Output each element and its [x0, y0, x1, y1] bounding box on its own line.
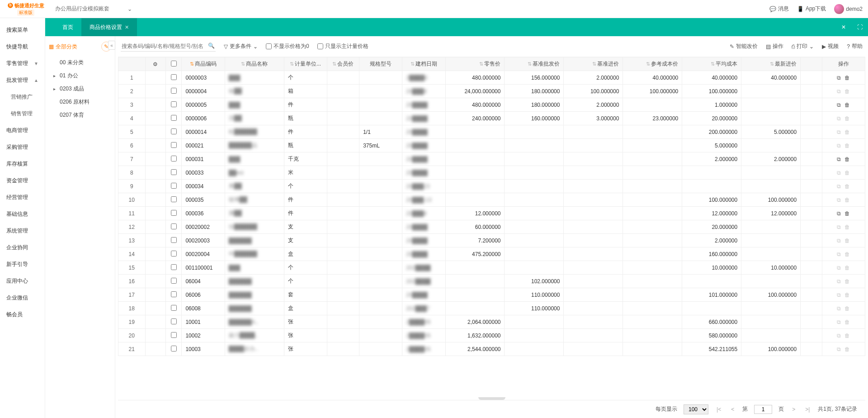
copy-icon[interactable]: ⧉ — [837, 88, 841, 95]
main-unit-only-checkbox[interactable]: 只显示主计量价格 — [317, 43, 368, 50]
row-checkbox[interactable] — [171, 169, 177, 175]
row-checkbox[interactable] — [171, 101, 177, 107]
copy-icon[interactable]: ⧉ — [837, 183, 841, 190]
copy-icon[interactable]: ⧉ — [837, 210, 841, 217]
table-row[interactable]: 20000004收██箱20███824,000.000000180.00000… — [118, 85, 865, 98]
close-icon[interactable]: ✕ — [125, 24, 129, 30]
tab-price-settings[interactable]: 商品价格设置✕ — [81, 18, 137, 36]
row-checkbox[interactable] — [171, 251, 177, 256]
copy-icon[interactable]: ⧉ — [837, 251, 841, 257]
table-row[interactable]: 30000005███件20████480.000000180.0000002.… — [118, 98, 865, 112]
nav-item[interactable]: 应用中心 — [0, 273, 45, 290]
col-settings[interactable]: ⚙ — [145, 57, 165, 71]
table-row[interactable]: 1706006██████套20████110.000000101.000000… — [118, 288, 865, 302]
fullscreen-button[interactable]: ⛶ — [852, 18, 868, 36]
delete-icon[interactable]: 🗑 — [844, 332, 850, 339]
prev-page-button[interactable]: < — [729, 406, 736, 413]
copy-icon[interactable]: ⧉ — [837, 115, 841, 122]
category-node[interactable]: ▸0203 成品 — [52, 82, 112, 95]
delete-icon[interactable]: 🗑 — [844, 102, 850, 108]
delete-icon[interactable]: 🗑 — [844, 251, 850, 257]
nav-item[interactable]: 畅会员 — [0, 306, 45, 323]
row-checkbox[interactable] — [171, 223, 177, 229]
delete-icon[interactable]: 🗑 — [844, 278, 850, 285]
copy-icon[interactable]: ⧉ — [837, 170, 841, 176]
col-select-all[interactable] — [165, 57, 182, 71]
row-checkbox[interactable] — [171, 142, 177, 148]
search-input[interactable] — [121, 41, 216, 52]
copy-icon[interactable]: ⧉ — [837, 265, 841, 271]
search-icon[interactable]: 🔍 — [208, 43, 215, 49]
delete-icon[interactable]: 🗑 — [844, 346, 850, 352]
copy-icon[interactable]: ⧉ — [837, 224, 841, 230]
col-whole[interactable]: ⇅基准批发价 — [505, 57, 564, 71]
delete-icon[interactable]: 🗑 — [844, 265, 850, 271]
nav-item[interactable]: 快捷导航 — [0, 38, 45, 55]
nav-item[interactable]: 营销推广 — [0, 89, 45, 105]
copy-icon[interactable]: ⧉ — [837, 156, 841, 162]
table-row[interactable]: 7000031███千克20████2.0000002.000000⧉🗑 — [118, 152, 865, 166]
nav-item[interactable]: 批发管理▲ — [0, 72, 45, 89]
table-row[interactable]: 2010002扬力████..张2████051,632.000000580.0… — [118, 329, 865, 342]
nav-item[interactable]: 企业微信 — [0, 290, 45, 306]
delete-icon[interactable]: 🗑 — [844, 115, 850, 122]
page-input[interactable] — [754, 405, 772, 414]
nav-item[interactable]: 销售管理 — [0, 105, 45, 122]
delete-icon[interactable]: 🗑 — [844, 238, 850, 244]
table-row[interactable]: 6000021██████品瓶375mL20████5.000000⧉🗑 — [118, 139, 865, 152]
col-retail[interactable]: ⇅零售价 — [445, 57, 505, 71]
col-spec[interactable]: 规格型号 — [359, 57, 402, 71]
row-checkbox[interactable] — [171, 346, 177, 352]
table-row[interactable]: 1806008██████盒202███7110.000000⧉🗑 — [118, 302, 865, 315]
category-all[interactable]: 全部分类 — [56, 43, 77, 51]
delete-icon[interactable]: 🗑 — [844, 210, 850, 217]
row-checkbox[interactable] — [171, 196, 177, 202]
messages-link[interactable]: 💬消息 — [769, 5, 789, 13]
delete-icon[interactable]: 🗑 — [844, 224, 850, 230]
row-checkbox[interactable] — [171, 291, 177, 297]
copy-icon[interactable]: ⧉ — [837, 332, 841, 339]
last-page-button[interactable]: >| — [803, 406, 811, 413]
copy-icon[interactable]: ⧉ — [837, 142, 841, 149]
col-last[interactable]: ⇅最新进价 — [741, 57, 801, 71]
row-checkbox[interactable] — [171, 115, 177, 121]
smart-price-button[interactable]: ✎智能改价 — [730, 43, 758, 50]
row-checkbox[interactable] — [171, 278, 177, 284]
delete-icon[interactable]: 🗑 — [844, 319, 850, 325]
table-row[interactable]: 9000034奥██个20███23⧉🗑 — [118, 180, 865, 193]
row-checkbox[interactable] — [171, 264, 177, 270]
nav-item[interactable]: 经营管理 — [0, 189, 45, 206]
table-row[interactable]: 1400020004中██████盒20████475.200000160.00… — [118, 247, 865, 261]
delete-icon[interactable]: 🗑 — [844, 129, 850, 135]
nav-item[interactable]: 电商管理 — [0, 122, 45, 139]
delete-icon[interactable]: 🗑 — [844, 197, 850, 203]
row-checkbox[interactable] — [171, 318, 177, 324]
nav-item[interactable]: 零售管理▼ — [0, 55, 45, 72]
print-dropdown[interactable]: ⎙打印⌄ — [792, 43, 814, 50]
account-selector[interactable]: 办公用品行业模拟账套⌄ — [55, 5, 132, 13]
row-checkbox[interactable] — [171, 305, 177, 311]
row-checkbox[interactable] — [171, 128, 177, 134]
table-row[interactable]: 15001100001███个202████10.00000010.000000… — [118, 261, 865, 275]
copy-icon[interactable]: ⧉ — [837, 102, 841, 108]
category-node[interactable]: 00 未分类 — [52, 56, 112, 69]
category-node[interactable]: 0207 体育 — [52, 109, 112, 122]
video-link[interactable]: ▶视频 — [822, 43, 839, 50]
delete-icon[interactable]: 🗑 — [844, 75, 850, 81]
table-row[interactable]: 40000006洗██瓶20████240.000000160.0000003.… — [118, 112, 865, 125]
row-checkbox[interactable] — [171, 332, 177, 338]
nav-item[interactable]: 企业协同 — [0, 239, 45, 256]
table-row[interactable]: 1300020003██████支20████7.2000002.000000⧉… — [118, 234, 865, 247]
next-page-button[interactable]: > — [790, 406, 797, 413]
copy-icon[interactable]: ⧉ — [837, 278, 841, 285]
nav-item[interactable]: 搜索菜单 — [0, 22, 45, 38]
copy-icon[interactable]: ⧉ — [837, 319, 841, 325]
row-checkbox[interactable] — [171, 88, 177, 94]
delete-icon[interactable]: 🗑 — [844, 88, 850, 95]
col-name[interactable]: ⇅商品名称 — [225, 57, 284, 71]
delete-icon[interactable]: 🗑 — [844, 170, 850, 176]
nav-item[interactable]: 基础信息 — [0, 206, 45, 223]
nav-item[interactable]: 库存核算 — [0, 156, 45, 172]
row-checkbox[interactable] — [171, 183, 177, 189]
app-download-link[interactable]: 📱App下载 — [797, 5, 826, 13]
